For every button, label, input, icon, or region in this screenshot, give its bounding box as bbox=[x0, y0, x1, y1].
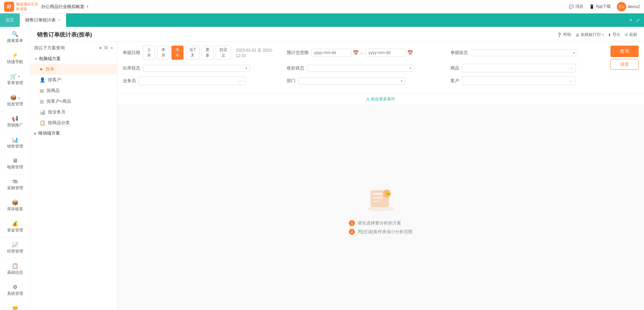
refresh-button[interactable]: ↺ 刷新 bbox=[625, 32, 637, 38]
bill-date-group: 单据日期 上月 本月 本年 近7天 更多 自定义 bbox=[123, 46, 277, 60]
sidebar-item-marketing[interactable]: 📢 营销推广 bbox=[0, 111, 30, 133]
empty-hints: 1 请先选择要分析的方案 2 用[过滤]条件来缩小分析范围 bbox=[349, 220, 412, 235]
goods-group: 商品 ··· bbox=[450, 64, 605, 72]
filter-form: 单据日期 上月 本月 本年 近7天 更多 自定义 bbox=[117, 42, 610, 93]
date-btn-this-year[interactable]: 本年 bbox=[171, 46, 183, 60]
scheme-settings-icon[interactable]: ⚙ bbox=[104, 45, 108, 51]
goods-more-icon[interactable]: ··· bbox=[569, 65, 573, 71]
customer-label: 客户 bbox=[450, 78, 459, 84]
sidebar-item-purchase[interactable]: 🛍 采购管理 bbox=[0, 174, 30, 195]
payment-status-select[interactable]: ▾ bbox=[307, 65, 414, 72]
customer-select[interactable]: ··· bbox=[462, 76, 576, 85]
filter-row-1: 单据日期 上月 本月 本年 近7天 更多 自定义 bbox=[123, 46, 605, 60]
sidebar-item-quicknav[interactable]: ⚡ 快捷导航 bbox=[0, 48, 30, 69]
filter-row-3: 业务员 ··· 部门 bbox=[123, 76, 605, 85]
scheme-panel-header: 按以下方案查询 + ⚙ « bbox=[30, 45, 117, 54]
sidebar-item-retail[interactable]: 🛒 ▾ 零售管理 bbox=[0, 69, 30, 90]
scheme-group-pc[interactable]: ▼ 电脑端方案 bbox=[30, 54, 117, 64]
svg-rect-3 bbox=[373, 197, 383, 199]
empty-illustration: 😐 bbox=[361, 180, 401, 215]
filter-inner: 单据日期 上月 本月 本年 近7天 更多 自定义 bbox=[117, 42, 644, 93]
payment-status-label: 收款状态 bbox=[287, 65, 304, 71]
settings-button[interactable]: 设置 bbox=[610, 59, 639, 70]
app-title-area[interactable]: 办公用品行业模拟账套 ▾ bbox=[41, 4, 89, 10]
date-btn-custom[interactable]: 自定义 bbox=[216, 46, 231, 60]
scheme-item-by-customer-product[interactable]: ▦ 按客户+商品 bbox=[30, 96, 117, 107]
scheme-item-by-salesperson[interactable]: 📊 按业务员 bbox=[30, 107, 117, 117]
expected-delivery-range: 📅 — 📅 bbox=[311, 49, 413, 57]
delivery-status-group: 出库状态 ▾ bbox=[123, 65, 277, 72]
department-select[interactable]: ▾ bbox=[298, 78, 406, 85]
sidebar-item-finance[interactable]: 💰 资金管理 bbox=[0, 216, 30, 238]
tab-close-icon[interactable]: × bbox=[58, 18, 60, 22]
app-title-chevron[interactable]: ▾ bbox=[87, 4, 89, 9]
delivery-status-label: 出库状态 bbox=[123, 65, 140, 71]
empty-hint-2: 2 用[过滤]条件来缩小分析范围 bbox=[349, 229, 412, 235]
svg-text:😐: 😐 bbox=[385, 191, 391, 197]
app-title: 办公用品行业模拟账套 bbox=[41, 4, 85, 10]
date-btn-last-month[interactable]: 上月 bbox=[143, 46, 155, 60]
delivery-status-select[interactable]: ▾ bbox=[143, 65, 250, 72]
bill-status-chevron-icon: ▾ bbox=[573, 51, 575, 55]
help-button[interactable]: ❓ 帮助 bbox=[557, 32, 571, 38]
scheme-add-icon[interactable]: + bbox=[99, 45, 102, 51]
print-template-button[interactable]: 🖨 按模板打印 ▾ bbox=[575, 32, 604, 38]
sidebar-item-basic[interactable]: 📋 基础信息 bbox=[0, 259, 30, 280]
finance-icon: 💰 bbox=[12, 220, 18, 227]
scheme-collapse-icon[interactable]: « bbox=[110, 45, 113, 51]
salesperson-more-icon[interactable]: ··· bbox=[239, 78, 243, 84]
window-restore-icon[interactable]: ⤢ bbox=[636, 17, 640, 23]
sidebar-item-wholesale[interactable]: 📦 ▴ 批发管理 bbox=[0, 90, 30, 111]
query-button[interactable]: 查询 bbox=[610, 46, 639, 57]
date-btn-this-month[interactable]: 本月 bbox=[157, 46, 169, 60]
calendar-start-icon[interactable]: 📅 bbox=[353, 50, 359, 55]
delivery-status-chevron-icon: ▾ bbox=[246, 66, 247, 70]
by-customer-product-icon: ▦ bbox=[40, 99, 44, 104]
tab-sales-order-stats[interactable]: 销售订单统计表 × bbox=[20, 13, 66, 27]
scheme-item-by-category[interactable]: 📋 按商品分类 bbox=[30, 117, 117, 128]
app-download-button[interactable]: 📱 App下载 bbox=[589, 4, 611, 9]
sidebar-item-system[interactable]: ⚙ 系统管理 bbox=[0, 280, 30, 301]
scheme-item-by-product[interactable]: ▦ 按商品 bbox=[30, 85, 117, 96]
sidebar-item-inventory[interactable]: 📦 库存核算 bbox=[0, 195, 30, 216]
goods-select[interactable]: ··· bbox=[462, 64, 576, 72]
date-btn-7days[interactable]: 近7天 bbox=[185, 46, 200, 60]
sidebar-item-business[interactable]: 📈 经营管理 bbox=[0, 238, 30, 259]
message-button[interactable]: 💬 消息 bbox=[569, 4, 583, 9]
by-customer-icon: 👤 bbox=[40, 77, 45, 83]
date-picker-group: 上月 本月 本年 近7天 更多 自定义 bbox=[143, 46, 231, 60]
page-header-actions: ❓ 帮助 🖨 按模板打印 ▾ ⬇ 导出 ↺ 刷新 bbox=[557, 32, 637, 38]
expected-delivery-end-input[interactable] bbox=[366, 49, 406, 57]
tab-home[interactable]: 首页 bbox=[0, 13, 20, 27]
collapse-bar[interactable]: ⋀ 收起更多条件 bbox=[117, 93, 644, 105]
basic-icon: 📋 bbox=[12, 263, 18, 269]
calendar-end-icon[interactable]: 📅 bbox=[407, 50, 413, 55]
scheme-tree: ▼ 电脑端方案 ● 按单 👤 按客户 ▦ bbox=[30, 54, 117, 138]
salesperson-select[interactable]: ··· bbox=[139, 76, 246, 85]
expected-delivery-start-input[interactable] bbox=[311, 49, 352, 57]
scheme-item-by-customer[interactable]: 👤 按客户 bbox=[30, 74, 117, 85]
window-close-icon[interactable]: × bbox=[629, 17, 632, 23]
customer-more-icon[interactable]: ··· bbox=[569, 78, 573, 84]
pc-group-arrow-icon: ▼ bbox=[34, 57, 38, 61]
scheme-group-mobile[interactable]: ▶ 移动端方案 bbox=[30, 128, 117, 138]
export-button[interactable]: ⬇ 导出 bbox=[608, 32, 621, 38]
date-btn-more[interactable]: 更多 bbox=[202, 46, 214, 60]
sidebar-item-sales[interactable]: 📊 销售管理 bbox=[0, 133, 30, 154]
department-label: 部门 bbox=[287, 78, 296, 84]
scheme-item-by-order[interactable]: ● 按单 bbox=[30, 64, 117, 74]
sidebar-item-enterprise[interactable]: 🤝 企业协同 bbox=[0, 301, 30, 310]
sidebar-item-ecommerce[interactable]: 🖥 电商管理 bbox=[0, 154, 30, 174]
retail-icon: 🛒 bbox=[10, 73, 17, 80]
enterprise-icon: 🤝 bbox=[12, 305, 18, 310]
inventory-icon: 📦 bbox=[12, 199, 18, 206]
mobile-group-arrow-icon: ▶ bbox=[34, 132, 37, 135]
bill-status-select[interactable]: ▾ bbox=[471, 49, 578, 56]
bill-date-label: 单据日期 bbox=[123, 50, 140, 56]
print-chevron-icon: ▾ bbox=[602, 33, 604, 37]
empty-hint-1: 1 请先选择要分析的方案 bbox=[349, 220, 412, 226]
top-bar: 好 畅捷通好生意 标准版 办公用品行业模拟账套 ▾ 💬 消息 📱 App下载 E… bbox=[0, 0, 644, 13]
sidebar-item-search[interactable]: 🔍 搜索菜单 bbox=[0, 27, 30, 48]
bill-status-label: 单据状态 bbox=[450, 50, 468, 56]
user-area[interactable]: Ea demo2 bbox=[617, 2, 640, 11]
